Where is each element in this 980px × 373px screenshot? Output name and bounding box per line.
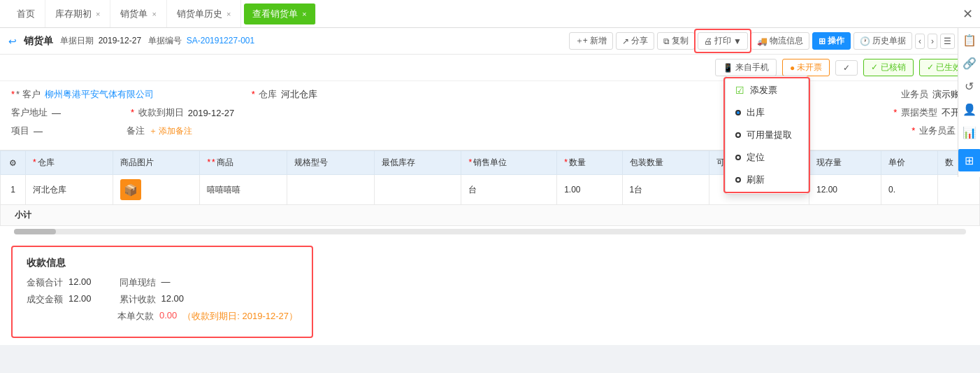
dropdown-outbound[interactable]: 出库	[726, 101, 808, 124]
sidebar-doc-icon[interactable]: 📋	[963, 34, 977, 47]
same-order-field: 同单现结 —	[120, 276, 171, 289]
th-spec: 规格型号	[287, 151, 375, 175]
operate-button[interactable]: ⊞ 操作	[812, 32, 851, 50]
h-scrollbar[interactable]	[0, 226, 980, 239]
prev-button[interactable]: ‹	[915, 34, 925, 49]
th-unit: *销售单位	[461, 151, 557, 175]
dropdown-add-invoice[interactable]: ☑ 添发票	[726, 79, 808, 101]
payment-row-1: 金额合计 12.00 同单现结 —	[27, 276, 298, 289]
tab-bar-close[interactable]: ✕	[963, 6, 973, 22]
payment-title: 收款信息	[27, 257, 298, 269]
product-image-icon: 📦	[124, 183, 138, 197]
sidebar-expand-icon[interactable]: ⊞	[958, 149, 981, 171]
add-remark-button[interactable]: 添加备注	[149, 125, 192, 137]
warehouse-field: * 仓库 河北仓库	[252, 88, 318, 101]
tab-home[interactable]: 首页	[7, 0, 45, 27]
dropdown-locate[interactable]: 定位	[726, 146, 808, 169]
arrears-field: 本单欠款 0.00 （收款到期日: 2019-12-27）	[117, 310, 298, 323]
share-button[interactable]: ↗ 分享	[616, 32, 654, 50]
not-opened-button[interactable]: ● 未开票	[782, 59, 830, 76]
view-mode-list[interactable]: ☰	[940, 34, 955, 49]
history-icon: 🕐	[860, 36, 870, 46]
amount-total-value: 12.00	[69, 276, 92, 289]
sold-out-badge: ✓ 已核销	[863, 59, 913, 76]
th-price: 单价	[881, 151, 938, 175]
row-min-stock	[374, 175, 461, 205]
grid-icon: ⊞	[819, 36, 826, 46]
next-icon: ›	[931, 36, 934, 46]
customer-value[interactable]: 柳州粤港平安气体有限公司	[45, 88, 154, 101]
payment-info: 收款信息 金额合计 12.00 同单现结 — 成交金额 12.00 累计收款 1…	[11, 246, 313, 338]
close-tab-inventory[interactable]: ×	[96, 10, 100, 18]
next-button[interactable]: ›	[928, 34, 937, 49]
tab-inventory[interactable]: 库存期初 ×	[45, 0, 110, 27]
print-icon: 🖨	[704, 36, 712, 46]
subtotal-label: 小计	[1, 205, 980, 226]
confirm-button[interactable]: ✓	[835, 60, 858, 76]
history-button[interactable]: 🕐 历史单据	[853, 32, 912, 50]
dropdown-refresh[interactable]: 刷新	[726, 169, 808, 191]
doc-icon: ↩	[8, 36, 17, 47]
sidebar-user-icon[interactable]: 👤	[963, 103, 977, 116]
action-row: 📱 来自手机 ● 未开票 ✓ ✓ 已核销 ✓ 已生效	[0, 55, 980, 81]
phone-icon: 📱	[723, 63, 733, 73]
toolbar-actions: ＋ + 新增 ↗ 分享 ⧉ 复制 🖨 打印 ▼ 🚚 物流信息 ⊞ 操作 🕐 历史…	[569, 32, 972, 50]
cumulative-field: 累计收款 12.00	[120, 293, 185, 306]
row-pkg-qty: 1台	[622, 175, 709, 205]
payment-row-3: 本单欠款 0.00 （收款到期日: 2019-12-27）	[27, 310, 298, 323]
toolbar: ↩ 销货单 单据日期 2019-12-27 单据编号 SA-20191227-0…	[0, 28, 980, 55]
from-phone-button[interactable]: 📱 来自手机	[715, 59, 777, 76]
subtotal-row: 小计	[1, 205, 980, 226]
tab-bar: 首页 库存期初 × 销货单 × 销货单历史 × 查看销货单 × ✕	[0, 0, 980, 28]
close-tab-sales[interactable]: ×	[152, 10, 156, 18]
blue-dot-icon	[735, 110, 741, 115]
doc-type: 销货单	[24, 35, 53, 48]
th-qty: *数量	[557, 151, 622, 175]
row-product-img: 📦	[113, 175, 200, 205]
new-button[interactable]: ＋ + 新增	[569, 32, 613, 50]
close-tab-sales-history[interactable]: ×	[226, 10, 231, 18]
row-qty: 1.00	[557, 175, 622, 205]
arrears-value: 0.00	[159, 310, 177, 323]
copy-icon: ⧉	[663, 36, 670, 46]
address-value: —	[52, 108, 61, 118]
form-row-2: 客户地址 — * 收款到期日 2019-12-27 * 票据类型 不开票	[11, 106, 969, 119]
tab-view-sales[interactable]: 查看销货单 ×	[244, 3, 315, 24]
product-table-wrapper: ⚙ *仓库 商品图片 **商品 规格型号 最低库存 *销售单位 *数量 包装数量…	[0, 150, 980, 239]
th-pkg-qty: 包装数量	[622, 151, 709, 175]
bottom-section: 收款信息 金额合计 12.00 同单现结 — 成交金额 12.00 累计收款 1…	[0, 239, 980, 345]
close-tab-view-sales[interactable]: ×	[302, 10, 306, 18]
row-price: 0.	[881, 175, 938, 205]
logistics-button[interactable]: 🚚 物流信息	[751, 32, 809, 50]
payment-row-2: 成交金额 12.00 累计收款 12.00	[27, 293, 298, 306]
form-row-1: ** 客户 柳州粤港平安气体有限公司 * 仓库 河北仓库 业务员 演示账号	[11, 88, 969, 101]
row-spec	[287, 175, 375, 205]
prev-icon: ‹	[918, 36, 921, 46]
product-table: ⚙ *仓库 商品图片 **商品 规格型号 最低库存 *销售单位 *数量 包装数量…	[0, 150, 980, 226]
same-order-value: —	[161, 276, 171, 289]
dropdown-arrow: ▼	[733, 36, 742, 46]
sidebar-link-icon[interactable]: 🔗	[963, 57, 977, 70]
share-icon: ↗	[622, 36, 629, 46]
th-warehouse: *仓库	[26, 151, 113, 175]
cyan-dot-icon-2	[735, 155, 741, 160]
sidebar-refresh-icon[interactable]: ↺	[965, 80, 974, 93]
copy-button[interactable]: ⧉ 复制	[657, 32, 695, 50]
tab-sales[interactable]: 销货单 ×	[110, 0, 166, 27]
arrears-due-note: （收款到期日: 2019-12-27）	[182, 310, 298, 323]
transaction-value: 12.00	[69, 293, 92, 306]
doc-date-label: 单据日期 2019-12-27 单据编号 SA-20191227-001	[60, 35, 254, 47]
dropdown-available-extract[interactable]: 可用量提取	[726, 124, 808, 146]
th-product-img: 商品图片	[113, 151, 200, 175]
project-field: 项目 —	[11, 125, 43, 137]
due-date-value: 2019-12-27	[188, 108, 235, 118]
list-icon: ☰	[944, 36, 951, 46]
print-button[interactable]: 🖨 打印 ▼	[698, 32, 748, 50]
row-current-stock: 12.00	[809, 175, 881, 205]
sidebar-chart-icon[interactable]: 📊	[963, 126, 977, 139]
table-row: 1 河北仓库 📦 嘻嘻嘻嘻 台 1.00 1台 12.00 0.	[1, 175, 980, 205]
th-settings[interactable]: ⚙	[1, 151, 26, 175]
tab-sales-history[interactable]: 销货单历史 ×	[167, 0, 241, 27]
dropdown-menu: ☑ 添发票 出库 可用量提取 定位 刷新	[725, 76, 809, 195]
form-area: ** 客户 柳州粤港平安气体有限公司 * 仓库 河北仓库 业务员 演示账号 客户…	[0, 81, 980, 150]
